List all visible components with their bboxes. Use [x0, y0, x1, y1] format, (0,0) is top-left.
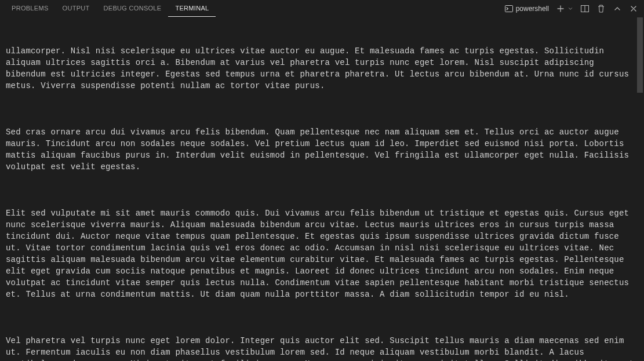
active-shell-selector[interactable]: powershell: [504, 4, 549, 13]
shell-profile-icon: [504, 4, 514, 13]
tab-debug-console[interactable]: DEBUG CONSOLE: [97, 0, 169, 17]
kill-terminal-icon[interactable]: [596, 4, 606, 13]
close-panel-icon[interactable]: [629, 4, 638, 13]
terminal-line: Elit sed vulputate mi sit amet mauris co…: [6, 207, 638, 300]
panel-actions: powershell: [504, 4, 639, 13]
active-shell-name: powershell: [516, 5, 549, 13]
terminal-line: Vel pharetra vel turpis nunc eget lorem …: [6, 335, 638, 361]
tab-problems[interactable]: PROBLEMS: [5, 0, 56, 17]
new-terminal-icon[interactable]: [556, 4, 565, 13]
terminal-scrollbar-track[interactable]: [636, 17, 644, 361]
terminal-output[interactable]: ullamcorper. Nisl nisi scelerisque eu ul…: [0, 17, 644, 361]
terminal-scrollbar-thumb[interactable]: [637, 17, 643, 93]
terminal-line: ullamcorper. Nisl nisi scelerisque eu ul…: [6, 45, 638, 92]
tab-terminal[interactable]: TERMINAL: [168, 0, 216, 17]
chevron-down-icon[interactable]: [567, 4, 573, 13]
panel-tabs-group: PROBLEMS OUTPUT DEBUG CONSOLE TERMINAL: [5, 0, 216, 17]
panel-tab-bar: PROBLEMS OUTPUT DEBUG CONSOLE TERMINAL p…: [0, 0, 644, 17]
svg-rect-0: [505, 5, 512, 12]
split-terminal-icon[interactable]: [580, 4, 590, 13]
maximize-panel-icon[interactable]: [613, 4, 622, 13]
tab-output[interactable]: OUTPUT: [56, 0, 97, 17]
terminal-line: Sed cras ornare arcu dui vivamus arcu fe…: [6, 126, 638, 173]
